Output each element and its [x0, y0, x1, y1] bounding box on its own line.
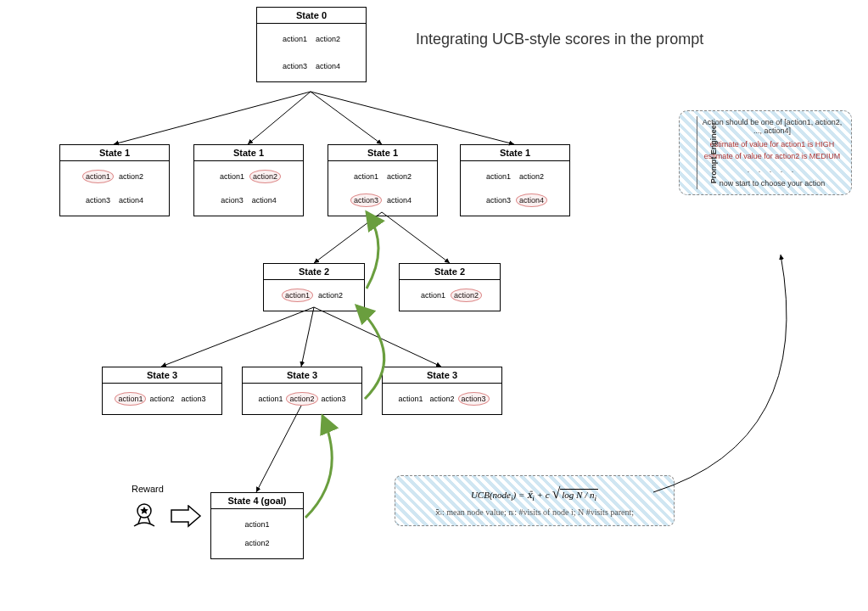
state-label: State 4 (goal): [211, 493, 303, 509]
action-highlighted: action2: [454, 290, 479, 300]
state-1-box: State 1 action1 action2 acion3 action4: [193, 144, 304, 216]
state-0-body: action1 action2 action3 action4: [257, 24, 366, 81]
divider: [697, 116, 697, 189]
action-highlighted: action1: [118, 394, 143, 404]
prompt-vertical-label: Prompt Engineer: [709, 122, 718, 184]
state-0-box: State 0 action1 action2 action3 action4: [256, 7, 367, 82]
svg-line-3: [311, 92, 382, 144]
formula-box: UCB(nodei) = x̄i + c √log N / ni x̄ᵢ: me…: [395, 475, 675, 526]
action-highlighted: action3: [462, 394, 486, 404]
action-label: action2: [429, 394, 454, 404]
action-label: action1: [220, 171, 244, 182]
state-3-box: State 3 action1 action2 action3: [242, 367, 362, 415]
state-4-goal-box: State 4 (goal) action1 action2: [210, 492, 304, 559]
svg-line-10: [256, 406, 301, 492]
action-highlighted: action1: [285, 290, 310, 300]
action-highlighted: action2: [253, 171, 277, 182]
state-body: action1 action2 action3: [243, 384, 361, 414]
state-0-header: State 0: [257, 8, 366, 24]
svg-line-5: [314, 212, 382, 263]
state-1-box: State 1 action1 action2 action3 action4: [328, 144, 438, 216]
reward-label: Reward: [132, 484, 164, 494]
state-body: action1 action2 action3 action4: [328, 161, 437, 216]
state-1-box: State 1 action1 action2 action3 action4: [460, 144, 570, 216]
action-highlighted: action1: [86, 171, 110, 182]
state-body: action1 action2: [211, 509, 303, 558]
action-highlighted: action4: [519, 195, 544, 205]
svg-line-8: [301, 307, 314, 367]
svg-line-1: [114, 92, 311, 144]
action-highlighted: action3: [354, 195, 378, 205]
state-body: action1 action2 action3: [103, 384, 221, 414]
state-label: State 1: [461, 145, 569, 161]
action-label: action4: [252, 195, 277, 205]
prompt-line-red: estimate of value for action2 is MEDIUM: [700, 152, 844, 160]
state-label: State 3: [103, 367, 221, 384]
action-label: action1: [258, 394, 283, 404]
action-label: acion3: [221, 195, 244, 205]
state-2-box: State 2 action1 action2: [399, 263, 501, 311]
state-body: action1 action2 action3 action4: [60, 161, 169, 216]
state-label: State 1: [328, 145, 437, 161]
svg-line-7: [161, 307, 314, 367]
action-label: action2: [387, 171, 412, 182]
action-label: action1: [486, 171, 511, 182]
state-label: State 2: [264, 264, 364, 280]
state-body: action1 action2: [400, 280, 500, 311]
formula-legend: x̄ᵢ: mean node value; nᵢ: #visits of nod…: [407, 507, 662, 517]
reward-icon: [127, 501, 161, 538]
action-label: action3: [322, 394, 346, 404]
state-label: State 3: [243, 367, 361, 384]
state-3-box: State 3 action1 action2 action3: [102, 367, 222, 415]
action-label: action1: [244, 519, 269, 530]
action-label: action3: [182, 394, 206, 404]
state-label: State 1: [60, 145, 169, 161]
action-label: action3: [86, 195, 110, 205]
state-1-box: State 1 action1 action2 action3 action4: [59, 144, 170, 216]
action-label: action3: [283, 61, 307, 71]
action-label: action2: [519, 171, 544, 182]
prompt-line: Action should be one of [action1, action…: [700, 118, 844, 135]
action-label: action3: [486, 195, 511, 205]
action-label: action1: [421, 290, 445, 300]
prompt-line-red: estimate of value for action1 is HIGH: [700, 140, 844, 149]
svg-line-4: [311, 92, 514, 144]
reward-arrow-icon: [170, 505, 204, 534]
svg-line-2: [248, 92, 311, 144]
svg-line-9: [314, 307, 441, 367]
prompt-line: now start to choose your action: [700, 179, 844, 188]
formula-main: UCB(nodei) = x̄i + c √log N / ni: [407, 485, 662, 502]
diagram-title: Integrating UCB-style scores in the prom…: [416, 31, 703, 48]
prompt-engineer-box: Prompt Engineer Action should be one of …: [679, 110, 852, 195]
state-3-box: State 3 action1 action2 action3: [382, 367, 502, 415]
state-body: action1 action2 acion3 action4: [194, 161, 303, 216]
state-label: State 2: [400, 264, 500, 280]
action-label: action2: [119, 171, 143, 182]
state-body: action1 action2: [264, 280, 364, 311]
state-2-box: State 2 action1 action2: [263, 263, 365, 311]
action-label: action1: [354, 171, 378, 182]
prompt-dots: . . . . .: [700, 165, 844, 174]
action-label: action1: [398, 394, 423, 404]
action-label: action2: [244, 538, 269, 548]
state-label: State 1: [194, 145, 303, 161]
action-label: action2: [316, 34, 340, 44]
action-label: action2: [149, 394, 174, 404]
action-label: action4: [387, 195, 412, 205]
action-label: action1: [283, 34, 307, 44]
action-label: action2: [318, 290, 343, 300]
action-label: action4: [316, 61, 340, 71]
state-body: action1 action2 action3 action4: [461, 161, 569, 216]
state-body: action1 action2 action3: [383, 384, 501, 414]
state-label: State 3: [383, 367, 501, 384]
action-label: action4: [119, 195, 143, 205]
svg-line-6: [382, 212, 450, 263]
action-highlighted: action2: [289, 394, 314, 404]
